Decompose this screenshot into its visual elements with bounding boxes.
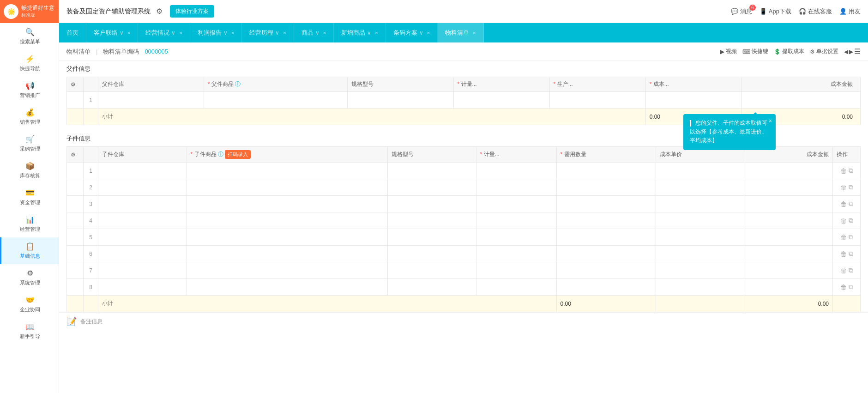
tab-close-icon[interactable]: × (375, 30, 378, 36)
child-qty-cell[interactable] (476, 196, 556, 212)
tooltip-close-icon[interactable]: × (769, 117, 772, 126)
tab-close-icon[interactable]: × (427, 30, 430, 36)
child-goods-cell[interactable] (187, 179, 387, 196)
child-goods-cell[interactable] (187, 163, 387, 179)
parent-warehouse-cell[interactable] (98, 92, 204, 109)
child-warehouse-cell[interactable] (98, 262, 187, 279)
sidebar-item-enterprise[interactable]: 🤝 企业协同 (0, 291, 59, 318)
child-needed-cell[interactable] (556, 229, 656, 246)
sidebar-item-basic-info[interactable]: 📋 基础信息 (0, 237, 59, 264)
settings-action[interactable]: ⚙ 单据设置 (810, 48, 838, 55)
scan-button[interactable]: 扫码录入 (225, 150, 251, 159)
child-unit-cost-cell[interactable] (656, 229, 744, 246)
child-warehouse-cell[interactable] (98, 229, 187, 246)
child-spec-cell[interactable] (387, 279, 476, 296)
child-unit-cost-cell[interactable] (656, 246, 744, 262)
tab-close-icon[interactable]: × (231, 30, 234, 36)
child-spec-cell[interactable] (387, 196, 476, 212)
child-spec-cell[interactable] (387, 246, 476, 262)
sidebar-item-finance[interactable]: 💳 资金管理 (0, 184, 59, 211)
tab-operations[interactable]: 经营情况 ∨ × (138, 23, 190, 42)
sidebar-item-sales[interactable]: 💰 销售管理 (0, 103, 59, 130)
sidebar-item-operations[interactable]: 📊 经营管理 (0, 211, 59, 237)
tab-goods[interactable]: 商品 ∨ × (294, 23, 334, 42)
tab-customers[interactable]: 客户联络 ∨ × (86, 23, 138, 42)
message-item[interactable]: 💬 消息 6 (731, 7, 752, 16)
sidebar-item-marketing[interactable]: 📢 营销推广 (0, 77, 59, 103)
child-goods-cell[interactable] (187, 246, 387, 262)
child-needed-cell[interactable] (556, 262, 656, 279)
cost-action[interactable]: 💲 提取成本 (774, 48, 804, 55)
parent-cost-cell[interactable] (645, 92, 741, 109)
copy-icon[interactable]: ⧉ (849, 266, 853, 274)
shortcut-action[interactable]: ⌨ 快捷键 (742, 48, 768, 55)
child-warehouse-cell[interactable] (98, 212, 187, 229)
tab-close-icon[interactable]: × (473, 30, 476, 36)
tab-close-icon[interactable]: × (283, 30, 286, 36)
app-download-item[interactable]: 📱 App下载 (760, 7, 791, 16)
child-qty-cell[interactable] (476, 229, 556, 246)
child-needed-cell[interactable] (556, 212, 656, 229)
parent-spec-cell[interactable] (348, 92, 453, 109)
copy-icon[interactable]: ⧉ (849, 183, 853, 191)
delete-icon[interactable]: 🗑 (840, 250, 847, 258)
child-unit-cost-cell[interactable] (656, 163, 744, 179)
online-service-item[interactable]: 🎧 在线客服 (799, 7, 832, 16)
child-needed-cell[interactable] (556, 196, 656, 212)
sidebar-item-inventory[interactable]: 📦 库存核算 (0, 157, 59, 184)
delete-icon[interactable]: 🗑 (840, 167, 847, 175)
sidebar-item-guide[interactable]: 📖 新手引导 (0, 318, 59, 345)
child-warehouse-cell[interactable] (98, 196, 187, 212)
next-icon[interactable]: ▶ (849, 48, 853, 55)
child-spec-cell[interactable] (387, 212, 476, 229)
child-qty-cell[interactable] (476, 262, 556, 279)
copy-icon[interactable]: ⧉ (849, 283, 853, 291)
child-goods-cell[interactable] (187, 262, 387, 279)
copy-icon[interactable]: ⧉ (849, 167, 853, 175)
child-col-settings[interactable]: ⚙ (67, 147, 84, 163)
child-unit-cost-cell[interactable] (656, 279, 744, 296)
delete-icon[interactable]: 🗑 (840, 217, 847, 224)
tab-new-goods[interactable]: 新增商品 ∨ × (334, 23, 386, 42)
child-needed-cell[interactable] (556, 179, 656, 196)
child-warehouse-cell[interactable] (98, 163, 187, 179)
child-unit-cost-cell[interactable] (656, 179, 744, 196)
child-warehouse-cell[interactable] (98, 279, 187, 296)
child-qty-cell[interactable] (476, 246, 556, 262)
delete-icon[interactable]: 🗑 (840, 267, 847, 274)
tab-bom[interactable]: 物料清单 × (438, 23, 483, 42)
video-action[interactable]: ▶ 视频 (720, 48, 737, 55)
parent-qty-cell[interactable] (453, 92, 549, 109)
child-goods-cell[interactable] (187, 212, 387, 229)
breadcrumb-bom[interactable]: 物料清单 (66, 48, 90, 56)
parent-prod-cell[interactable] (549, 92, 645, 109)
sidebar-item-search[interactable]: 🔍 搜索菜单 (0, 23, 59, 50)
child-goods-cell[interactable] (187, 229, 387, 246)
tab-profit[interactable]: 利润报告 ∨ × (190, 23, 242, 42)
child-goods-cell[interactable] (187, 279, 387, 296)
tab-history[interactable]: 经营历程 ∨ × (242, 23, 294, 42)
user-item[interactable]: 👤 用友 (839, 7, 861, 16)
copy-icon[interactable]: ⧉ (849, 250, 853, 258)
tab-close-icon[interactable]: × (323, 30, 326, 36)
child-needed-cell[interactable] (556, 279, 656, 296)
grid-icon[interactable]: ☰ (854, 47, 861, 56)
settings-icon[interactable]: ⚙ (156, 7, 163, 16)
tab-close-icon[interactable]: × (127, 30, 130, 36)
child-warehouse-cell[interactable] (98, 246, 187, 262)
child-qty-cell[interactable] (476, 163, 556, 179)
view-toggle[interactable]: ◀ ▶ ☰ (844, 47, 861, 56)
tab-barcode[interactable]: 条码方案 ∨ × (386, 23, 438, 42)
copy-icon[interactable]: ⧉ (849, 217, 853, 224)
child-needed-cell[interactable] (556, 163, 656, 179)
child-spec-cell[interactable] (387, 229, 476, 246)
copy-icon[interactable]: ⧉ (849, 233, 853, 241)
tab-home[interactable]: 首页 (59, 23, 86, 42)
delete-icon[interactable]: 🗑 (840, 284, 847, 291)
prev-icon[interactable]: ◀ (844, 48, 848, 55)
child-unit-cost-cell[interactable] (656, 196, 744, 212)
delete-icon[interactable]: 🗑 (840, 184, 847, 191)
child-spec-cell[interactable] (387, 163, 476, 179)
sidebar-item-purchase[interactable]: 🛒 采购管理 (0, 130, 59, 157)
parent-goods-cell[interactable] (204, 92, 348, 109)
